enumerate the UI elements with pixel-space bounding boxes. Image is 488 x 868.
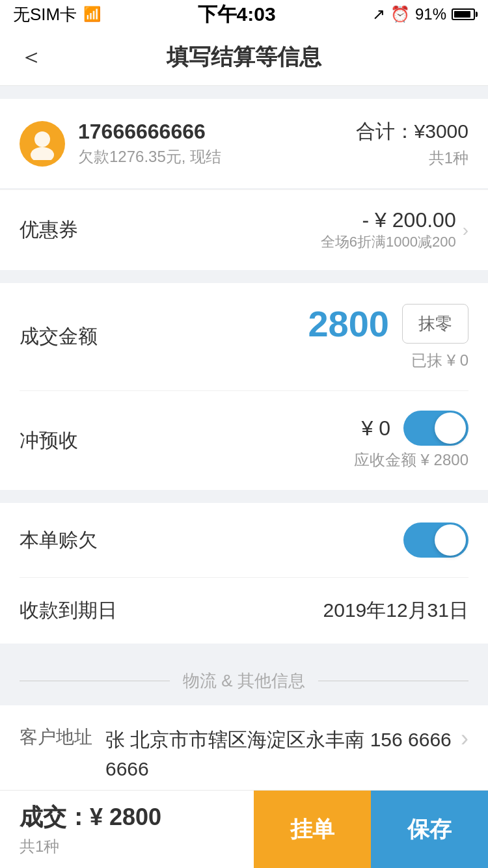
customer-left: 17666666666 欠款1276.35元, 现结 <box>20 120 221 167</box>
coupon-label: 优惠券 <box>20 217 78 243</box>
page-title: 填写结算等信息 <box>167 42 321 72</box>
address-section[interactable]: 客户地址 张 北京市市辖区海淀区永丰南 156 6666 6666 › <box>0 705 488 803</box>
logistics-line-right <box>318 681 468 681</box>
coupon-right: - ¥ 200.00 全场6折满1000减200 › <box>321 208 468 252</box>
coupon-desc: 全场6折满1000减200 <box>321 232 456 252</box>
precharge-sub: 应收金额 ¥ 2800 <box>354 450 468 470</box>
nav-bar: ＜ 填写结算等信息 <box>0 29 488 86</box>
back-icon: ＜ <box>20 41 43 73</box>
total-count: 共1种 <box>356 148 468 169</box>
debt-toggle-knob <box>435 524 466 556</box>
customer-card: 17666666666 欠款1276.35元, 现结 合计：¥3000 共1种 <box>0 99 488 188</box>
transaction-amount-right: 2800 抹零 <box>308 303 468 345</box>
coupon-value-col: - ¥ 200.00 全场6折满1000减200 <box>321 208 456 252</box>
logistics-label: 物流 & 其他信息 <box>183 670 305 692</box>
address-label: 客户地址 <box>20 725 92 750</box>
customer-info: 17666666666 欠款1276.35元, 现结 <box>78 120 221 167</box>
debt-right <box>403 522 468 558</box>
customer-right: 合计：¥3000 共1种 <box>356 118 468 169</box>
due-date-row: 收款到期日 2019年12月31日 <box>20 578 468 644</box>
customer-sub: 欠款1276.35元, 现结 <box>78 146 221 167</box>
due-date-value: 2019年12月31日 <box>323 597 468 624</box>
back-button[interactable]: ＜ <box>20 41 43 73</box>
form-section: 成交金额 2800 抹零 已抹 ¥ 0 冲预收 ¥ 0 <box>0 283 488 490</box>
bottom-summary: 成交：¥ 2800 共1种 <box>0 802 254 857</box>
chevron-right-icon: › <box>463 220 468 241</box>
round-zero-button[interactable]: 抹零 <box>402 304 468 344</box>
precharge-label: 冲预收 <box>20 427 78 454</box>
time-display: 下午4:03 <box>198 1 276 28</box>
carrier-label: 无SIM卡 <box>13 3 77 26</box>
status-left: 无SIM卡 📶 <box>13 3 101 26</box>
section-gap-3 <box>0 644 488 657</box>
address-value: 张 北京市市辖区海淀区永丰南 156 6666 6666 <box>105 725 454 783</box>
coupon-value: - ¥ 200.00 <box>321 208 456 232</box>
debt-row: 本单赊欠 <box>20 503 468 578</box>
logistics-divider: 物流 & 其他信息 <box>0 657 488 705</box>
battery-icon <box>452 8 475 20</box>
logistics-line-left <box>20 681 170 681</box>
save-button[interactable]: 保存 <box>371 791 488 869</box>
precharge-row: 冲预收 ¥ 0 应收金额 ¥ 2800 <box>20 391 468 490</box>
transaction-amount-value: 2800 <box>308 303 389 345</box>
debt-section: 本单赊欠 收款到期日 2019年12月31日 <box>0 503 488 644</box>
section-gap-2 <box>0 490 488 503</box>
transaction-amount-label: 成交金额 <box>20 323 98 350</box>
bottom-count: 共1种 <box>20 836 234 857</box>
customer-phone: 17666666666 <box>78 120 221 144</box>
bottom-bar: 成交：¥ 2800 共1种 挂单 保存 <box>0 790 488 868</box>
alarm-icon: ⏰ <box>390 5 410 23</box>
debt-toggle[interactable] <box>403 522 468 558</box>
precharge-right: ¥ 0 应收金额 ¥ 2800 <box>354 411 468 470</box>
wifi-icon: 📶 <box>83 6 101 23</box>
toggle-knob <box>435 413 466 444</box>
section-gap-1 <box>0 270 488 283</box>
transaction-amount-row: 成交金额 2800 抹零 已抹 ¥ 0 <box>20 283 468 391</box>
address-chevron-icon: › <box>461 725 468 752</box>
precharge-value-col: ¥ 0 应收金额 ¥ 2800 <box>354 411 468 470</box>
pending-button[interactable]: 挂单 <box>254 791 371 869</box>
debt-label: 本单赊欠 <box>20 527 98 554</box>
precharge-amount: ¥ 0 <box>362 416 390 441</box>
due-date-label: 收款到期日 <box>20 597 117 624</box>
coupon-row[interactable]: 优惠券 - ¥ 200.00 全场6折满1000减200 › <box>0 189 488 270</box>
deal-label: 成交： <box>20 804 90 830</box>
deal-amount: ¥ 2800 <box>90 804 161 830</box>
main-content: 17666666666 欠款1276.35元, 现结 合计：¥3000 共1种 … <box>0 99 488 868</box>
battery-label: 91% <box>415 5 446 23</box>
bottom-deal-row: 成交：¥ 2800 <box>20 802 234 834</box>
total-amount: 合计：¥3000 <box>356 118 468 145</box>
precharge-top: ¥ 0 <box>362 411 468 446</box>
location-icon: ↗ <box>372 5 385 23</box>
precharge-toggle[interactable] <box>403 411 468 446</box>
transaction-amount-sub: 已抹 ¥ 0 <box>411 350 468 371</box>
svg-point-1 <box>31 147 54 160</box>
status-bar: 无SIM卡 📶 下午4:03 ↗ ⏰ 91% <box>0 0 488 29</box>
svg-point-0 <box>34 131 50 147</box>
status-right: ↗ ⏰ 91% <box>372 5 475 23</box>
avatar <box>20 121 65 167</box>
